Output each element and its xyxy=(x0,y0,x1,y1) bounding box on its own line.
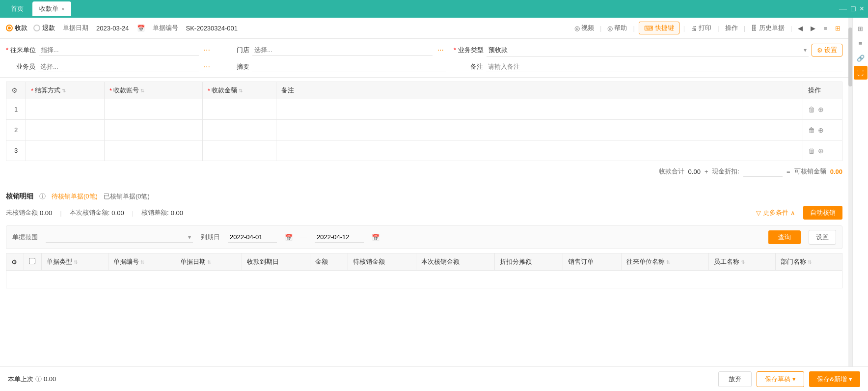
row-account-1[interactable] xyxy=(105,99,203,120)
diff-label: 核销差额: xyxy=(141,208,169,217)
row-remarks-1[interactable] xyxy=(276,99,803,120)
sidebar-table-icon[interactable]: ⊞ xyxy=(854,22,868,35)
sort-dept-icon[interactable]: ⇅ xyxy=(808,259,812,265)
store-input[interactable] xyxy=(252,45,433,56)
discount-label: 现金折扣: xyxy=(712,167,739,176)
settings-btn[interactable]: ⚙ 设置 xyxy=(812,44,842,56)
counterpart-label: * 往来单位 xyxy=(6,46,36,55)
cal-from-icon[interactable]: 📅 xyxy=(285,234,293,241)
radio-tuikuan[interactable]: 退款 xyxy=(33,24,55,32)
th-dept: 部门名称 ⇅ xyxy=(775,253,842,271)
row-remarks-3[interactable] xyxy=(276,140,803,161)
verify-pending-tab[interactable]: 待核销单据(0笔) xyxy=(52,192,98,201)
row-delete-3[interactable]: 🗑 xyxy=(808,147,815,155)
salesperson-more-btn[interactable]: ··· xyxy=(202,62,212,71)
prev-record-btn[interactable]: ◀ xyxy=(796,24,805,33)
cal-to-icon[interactable]: 📅 xyxy=(372,234,380,241)
sidebar-capture-icon[interactable]: ⛶ xyxy=(854,66,868,80)
row-account-2[interactable] xyxy=(105,120,203,140)
counterpart-more-btn[interactable]: ··· xyxy=(202,46,212,55)
verify-verified-tab[interactable]: 已核销单据(0笔) xyxy=(104,192,150,201)
save-new-btn[interactable]: 保存&新增 ▾ xyxy=(809,371,860,387)
verifiable-value: 0.00 xyxy=(830,168,842,175)
sort-account-icon[interactable]: ⇅ xyxy=(140,88,144,93)
verify-info-icon[interactable]: ⓘ xyxy=(39,192,46,201)
tab-bar: 首页 收款单 × — □ × xyxy=(0,0,868,18)
sort-employee-icon[interactable]: ⇅ xyxy=(741,259,745,265)
shortcut-btn[interactable]: ⌨ 快捷键 xyxy=(639,22,679,34)
row-copy-3[interactable]: ⊕ xyxy=(818,147,824,155)
row-account-3[interactable] xyxy=(105,140,203,161)
row-copy-1[interactable]: ⊕ xyxy=(818,106,824,113)
tab-close-icon[interactable]: × xyxy=(61,6,64,12)
remarks-input[interactable] xyxy=(486,61,842,72)
scroll-thumb[interactable] xyxy=(848,28,852,86)
history-btn[interactable]: 🗄 历史单据 xyxy=(749,23,787,33)
help-btn[interactable]: ◎ 帮助 xyxy=(605,23,629,33)
window-maximize-btn[interactable]: □ xyxy=(851,4,856,13)
active-tab-label: 收款单 xyxy=(39,4,58,13)
store-label: 门店 xyxy=(220,46,249,55)
tab-home[interactable]: 首页 xyxy=(4,1,30,16)
per-page-icon[interactable]: ⓘ xyxy=(35,375,42,384)
row-amount-2[interactable] xyxy=(203,120,276,140)
th-bill-num: 单据编号 ⇅ xyxy=(108,253,175,271)
bill-num-label: 单据编号 xyxy=(153,24,178,32)
sort-amount-icon[interactable]: ⇅ xyxy=(239,88,243,93)
window-close-btn[interactable]: × xyxy=(860,4,864,13)
filter-icon: ▽ xyxy=(756,209,761,217)
history-icon: 🗄 xyxy=(751,25,758,32)
detail-settings-icon[interactable]: ⚙ xyxy=(11,258,17,266)
print-btn[interactable]: 🖨 打印 xyxy=(689,23,713,33)
toolbar: 收款 退款 单据日期 2023-03-24 📅 单据编号 SK-20230324… xyxy=(0,18,848,39)
row-settlement-2[interactable] xyxy=(26,120,105,140)
sort-counterpart-icon[interactable]: ⇅ xyxy=(666,259,670,265)
sidebar-attachment-icon[interactable]: 🔗 xyxy=(854,51,868,65)
query-btn[interactable]: 查询 xyxy=(768,230,801,244)
select-all-checkbox[interactable] xyxy=(29,258,35,264)
row-amount-1[interactable] xyxy=(203,99,276,120)
business-type-select[interactable]: 预收款 ▾ xyxy=(487,44,809,56)
range-select[interactable]: ▾ xyxy=(46,232,193,243)
auto-verify-btn[interactable]: 自动核销 xyxy=(803,206,842,220)
sidebar-list-icon[interactable]: ≡ xyxy=(854,36,868,50)
discard-btn[interactable]: 放弃 xyxy=(718,371,752,387)
row-delete-1[interactable]: 🗑 xyxy=(808,106,815,113)
chevron-up-icon: ∧ xyxy=(790,209,795,217)
counterpart-input[interactable] xyxy=(39,45,199,56)
store-more-btn[interactable]: ··· xyxy=(435,46,446,55)
settings-col-icon[interactable]: ⚙ xyxy=(11,86,18,94)
summary-input[interactable] xyxy=(252,61,446,72)
layout-list-btn[interactable]: ≡ xyxy=(821,24,829,33)
total-label: 收款合计 xyxy=(659,167,684,176)
row-remarks-2[interactable] xyxy=(276,120,803,140)
save-draft-btn[interactable]: 保存草稿 ▾ xyxy=(757,371,804,387)
diff-value: 0.00 xyxy=(171,209,183,217)
discount-input[interactable] xyxy=(743,166,783,177)
radio-shoukuan[interactable]: 收款 xyxy=(6,24,27,32)
video-btn[interactable]: ◎ 视频 xyxy=(572,23,596,33)
operation-btn[interactable]: 操作 xyxy=(723,23,740,33)
window-minimize-btn[interactable]: — xyxy=(839,4,847,13)
salesperson-input[interactable] xyxy=(38,61,199,72)
calendar-icon[interactable]: 📅 xyxy=(137,25,145,32)
sort-settlement-icon[interactable]: ⇅ xyxy=(62,88,66,93)
sort-bill-type-icon[interactable]: ⇅ xyxy=(74,259,78,265)
more-filter-btn[interactable]: ▽ 更多条件 ∧ xyxy=(756,208,795,217)
range-label: 单据范围 xyxy=(12,233,38,242)
date-to-input[interactable] xyxy=(315,232,364,243)
filter-settings-btn[interactable]: 设置 xyxy=(809,230,836,245)
row-copy-2[interactable]: ⊕ xyxy=(818,126,824,134)
row-settlement-3[interactable] xyxy=(26,140,105,161)
date-from-input[interactable] xyxy=(228,232,277,243)
sort-bill-num-icon[interactable]: ⇅ xyxy=(140,259,144,265)
row-settlement-1[interactable] xyxy=(26,99,105,120)
layout-grid-btn[interactable]: ⊞ xyxy=(833,24,842,33)
sort-bill-date-icon[interactable]: ⇅ xyxy=(207,259,211,265)
row-delete-2[interactable]: 🗑 xyxy=(808,126,815,134)
next-record-btn[interactable]: ▶ xyxy=(809,24,817,33)
tab-active[interactable]: 收款单 × xyxy=(32,1,71,16)
row-amount-3[interactable] xyxy=(203,140,276,161)
row-actions-3: 🗑 ⊕ xyxy=(808,147,837,155)
remarks-label: 备注 xyxy=(454,62,483,71)
